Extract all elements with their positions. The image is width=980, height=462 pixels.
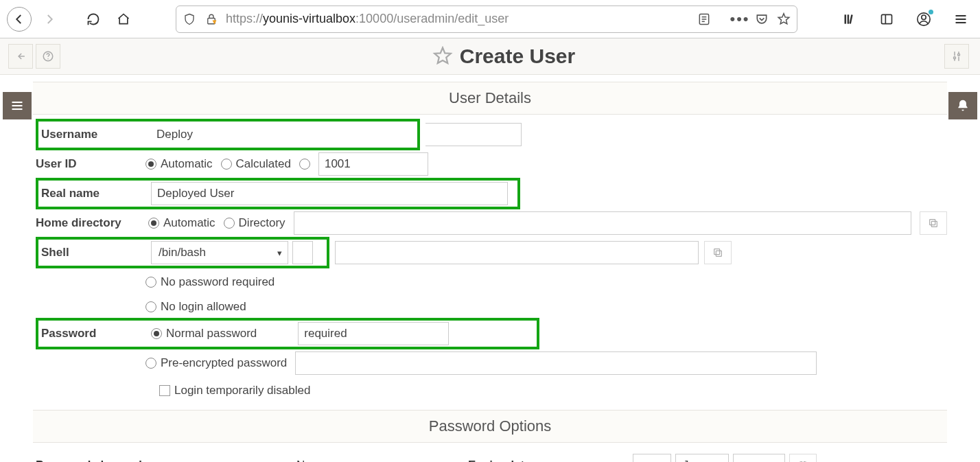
checkbox-icon: [159, 385, 170, 396]
option-uid-custom[interactable]: [299, 159, 310, 170]
browse-shell-button[interactable]: [704, 241, 732, 264]
label-password-changed: Password changed: [36, 459, 142, 462]
hamburger-menu-icon[interactable]: [948, 7, 973, 32]
more-icon[interactable]: •••: [732, 12, 747, 27]
input-preencrypted[interactable]: [295, 351, 817, 375]
page-header: Create User: [0, 38, 980, 75]
row-username: Username Deploy: [33, 119, 947, 150]
favorite-star-icon[interactable]: [432, 46, 453, 67]
row-homedir: Home directory Automatic Directory: [33, 209, 947, 237]
svg-rect-5: [845, 14, 847, 23]
option-label: Calculated: [236, 157, 291, 171]
radio-icon: [299, 159, 310, 170]
input-shell-path[interactable]: [335, 241, 699, 264]
input-expiry-day[interactable]: [633, 454, 671, 462]
option-normal-password[interactable]: Normal password: [151, 327, 257, 340]
header-help-button[interactable]: [36, 44, 60, 69]
svg-rect-23: [930, 220, 935, 225]
input-password[interactable]: required: [298, 322, 449, 345]
radio-icon: [151, 328, 162, 339]
select-expiry-month[interactable]: Jan: [675, 454, 729, 462]
url-bar[interactable]: https://younis-virtualbox:10000/useradmi…: [176, 5, 797, 33]
reload-button[interactable]: [81, 7, 106, 32]
url-scheme: https://: [226, 12, 263, 25]
input-shell-extra[interactable]: [292, 241, 313, 264]
content-area: User Details Username Deploy User ID Aut…: [0, 82, 980, 462]
left-menu-toggle[interactable]: [3, 92, 32, 119]
svg-rect-26: [716, 251, 721, 256]
input-uid[interactable]: 1001: [318, 152, 428, 176]
svg-rect-25: [714, 249, 720, 255]
option-label: Pre-encrypted password: [161, 356, 287, 370]
input-realname[interactable]: Deployed User: [151, 182, 508, 205]
row-password: Password Normal password required: [33, 318, 947, 349]
right-notifications-toggle[interactable]: [948, 92, 977, 119]
svg-rect-7: [849, 14, 852, 24]
reader-mode-icon[interactable]: [697, 12, 712, 27]
header-settings-button[interactable]: [944, 44, 969, 69]
section-password-options: Password Options: [33, 410, 947, 443]
back-button[interactable]: [7, 7, 32, 32]
option-no-login[interactable]: No login allowed: [145, 300, 246, 314]
input-expiry-year[interactable]: [733, 454, 785, 462]
lock-warning-icon: [204, 12, 219, 27]
radio-icon: [221, 159, 232, 170]
browse-homedir-button[interactable]: [920, 211, 947, 235]
pocket-icon[interactable]: [754, 12, 769, 27]
svg-point-19: [958, 54, 960, 56]
radio-icon: [145, 301, 156, 312]
calendar-button[interactable]: [789, 454, 817, 462]
row-password-options: Password changed Never Expiry date Jan: [33, 447, 947, 462]
account-icon[interactable]: [911, 7, 936, 32]
sidebar-icon[interactable]: [874, 7, 899, 32]
bookmark-star-icon[interactable]: [776, 12, 791, 27]
page-title: Create User: [460, 45, 575, 68]
url-path: :10000/useradmin/edit_user: [355, 12, 509, 25]
library-icon[interactable]: [837, 7, 862, 32]
svg-point-18: [954, 57, 956, 59]
svg-rect-8: [882, 14, 892, 23]
url-host: younis-virtualbox: [263, 12, 355, 25]
header-back-button[interactable]: [8, 44, 33, 69]
option-home-automatic[interactable]: Automatic: [148, 216, 215, 230]
browser-right-icons: [837, 7, 973, 32]
option-home-directory[interactable]: Directory: [224, 216, 285, 230]
svg-rect-24: [931, 221, 937, 227]
home-button[interactable]: [111, 7, 136, 32]
forward-button[interactable]: [37, 7, 62, 32]
radio-icon: [145, 159, 156, 170]
option-no-password[interactable]: No password required: [145, 275, 275, 289]
row-preencrypted: Pre-encrypted password: [33, 349, 947, 377]
radio-icon: [224, 218, 235, 229]
option-label: No login allowed: [161, 300, 246, 314]
option-label: Automatic: [163, 216, 215, 230]
url-text: https://younis-virtualbox:10000/useradmi…: [226, 12, 690, 26]
label-shell: Shell: [41, 246, 151, 259]
input-username[interactable]: Deploy: [151, 123, 405, 146]
radio-icon: [148, 218, 159, 229]
row-shell: Shell /bin/bash: [33, 237, 947, 268]
input-username-extra[interactable]: [425, 123, 522, 146]
value-never: Never: [296, 459, 327, 462]
label-username: Username: [41, 128, 151, 141]
svg-point-11: [922, 15, 926, 19]
select-shell[interactable]: /bin/bash: [151, 241, 288, 264]
option-preencrypted[interactable]: Pre-encrypted password: [145, 356, 287, 370]
radio-icon: [145, 358, 156, 369]
option-uid-calculated[interactable]: Calculated: [221, 157, 291, 171]
label-homedir: Home directory: [36, 216, 148, 230]
option-uid-automatic[interactable]: Automatic: [145, 157, 213, 171]
input-homedir[interactable]: [294, 211, 911, 235]
row-userid: User ID Automatic Calculated 1001: [33, 150, 947, 178]
label-realname: Real name: [41, 187, 151, 200]
row-pw-nologin: No login allowed: [33, 296, 947, 318]
option-label: No password required: [161, 275, 275, 289]
label-expiry: Expiry date: [468, 459, 531, 462]
row-login-disabled: Login temporarily disabled: [33, 377, 947, 404]
radio-icon: [145, 277, 156, 288]
label-userid: User ID: [36, 157, 145, 171]
section-user-details: User Details: [33, 82, 947, 115]
svg-point-17: [47, 58, 49, 60]
option-label: Normal password: [166, 327, 257, 340]
checkbox-login-disabled[interactable]: Login temporarily disabled: [159, 384, 310, 397]
